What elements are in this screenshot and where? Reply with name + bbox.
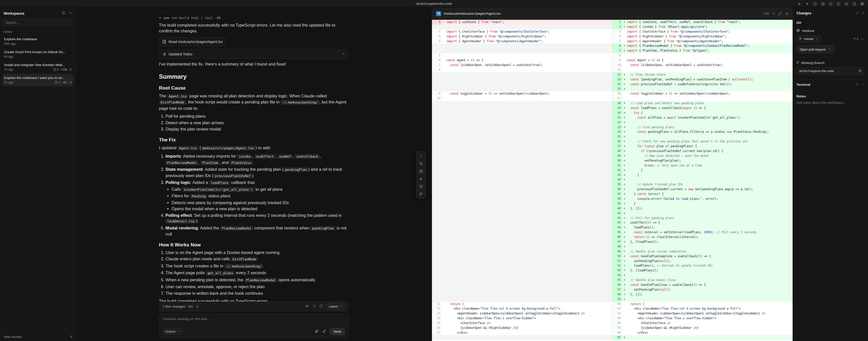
working-branch-label: Working Branch [801, 61, 825, 65]
notes-section-header[interactable]: Notes [796, 91, 864, 98]
panel-left-icon[interactable] [837, 2, 840, 6]
terminal-section-header[interactable]: Terminal [796, 80, 864, 87]
new-terminal-icon[interactable] [856, 83, 859, 87]
list-icon[interactable] [312, 304, 316, 309]
line-number [432, 101, 442, 106]
diff-line-old [432, 77, 612, 82]
diff-line-old: 7 const [sidebarOpen, setSidebarOpen] = … [432, 63, 612, 67]
diff-marker: + [623, 268, 626, 273]
diff-line-new: 46+ return () => clearInterval(interval)… [612, 235, 793, 240]
diff-line-old [432, 48, 612, 53]
diff-file-header[interactable]: TS /medusa/medusa/src/pages/Agent.tsx +5… [432, 8, 793, 20]
workspace-item[interactable]: Explore the codebase I want you to ex...… [2, 74, 74, 86]
diff-marker [442, 134, 446, 139]
grid-icon[interactable] [860, 2, 864, 6]
chat-scroll-area[interactable]: npm run build 2>&1 | tail -80The build c… [76, 8, 432, 302]
diff-row: 14 <div className="flex flex-1 overflow-… [432, 316, 793, 321]
inline-code: useEffect [255, 154, 275, 159]
message-input-box[interactable]: Default Send [159, 314, 349, 338]
branch-selector[interactable]: master [796, 35, 821, 42]
diff-marker [442, 173, 446, 178]
copy-icon[interactable] [859, 69, 862, 73]
code-line: }, [loadPlans]); [626, 240, 793, 244]
code-line: // Update tracked plan IDs [626, 182, 793, 187]
panel-right-icon[interactable] [852, 2, 856, 6]
attach-icon[interactable] [315, 329, 319, 334]
todo-list-card[interactable]: Updated Todos [159, 49, 349, 59]
send-button[interactable]: Send [330, 328, 345, 335]
more-actions-button[interactable] [861, 37, 864, 41]
monitor-icon[interactable] [418, 183, 424, 189]
code-line: } [626, 173, 793, 178]
pause-icon[interactable] [798, 2, 801, 6]
changes-summary-bar[interactable]: 2 files changed +61 -3 Latest [159, 302, 349, 311]
add-workspace-icon[interactable] [69, 11, 72, 16]
diff-line-old [432, 158, 612, 163]
panel-bottom-icon[interactable] [845, 2, 848, 6]
diff-marker [442, 154, 446, 158]
collapse-panel-icon[interactable] [861, 11, 864, 15]
line-number: 40 [612, 206, 623, 211]
open-pull-request-button[interactable]: Open pull request [796, 45, 834, 53]
diff-row: 18+ // Load plans and detect new pending… [432, 101, 793, 106]
diff-marker [442, 326, 446, 330]
diff-line-old [432, 139, 612, 144]
diff-marker: + [623, 20, 626, 25]
diff-marker: + [623, 230, 626, 235]
expand-panel-icon[interactable] [856, 11, 859, 15]
workspace-search[interactable] [3, 19, 73, 26]
play-icon[interactable] [418, 176, 424, 182]
tool-call-card[interactable]: Read medusa/src/pages/Agent.tsx [159, 37, 226, 46]
columns-3-icon[interactable] [821, 2, 825, 6]
assistant-paragraph: The build completed successfully with no… [159, 298, 349, 302]
diff-marker [442, 63, 446, 67]
git-branch-icon[interactable] [418, 191, 424, 197]
copy-icon[interactable] [418, 161, 424, 167]
code-line: const [pendingPlan, setPendingPlan] = us… [626, 77, 793, 82]
view-archive[interactable]: View Archive 0 [0, 332, 76, 341]
working-branch-field[interactable]: vk/3ccf-explore-the-code [796, 67, 864, 75]
drag-handle-icon[interactable] [418, 153, 424, 159]
panel-toggle-icon[interactable] [62, 11, 66, 16]
diff-marker [442, 87, 446, 91]
eye-icon[interactable] [305, 304, 309, 309]
diff-marker [442, 216, 446, 221]
columns-icon[interactable] [418, 168, 424, 174]
chevrons-up-down-icon[interactable] [861, 83, 864, 87]
code-line [446, 134, 612, 139]
expand-diff-icon[interactable] [778, 12, 782, 16]
diff-marker: + [623, 235, 626, 240]
play-icon[interactable] [805, 2, 809, 6]
notes-placeholder[interactable]: Add notes about this workspace... [796, 101, 864, 104]
diff-line-old [432, 187, 612, 192]
file-text-icon [162, 40, 166, 44]
search-input[interactable] [6, 21, 70, 25]
inline-code: loadPlans [209, 181, 230, 185]
diff-marker [442, 321, 446, 326]
diff-line-new: 25+ [612, 134, 793, 139]
diff-marker [442, 25, 446, 29]
message-input[interactable] [163, 317, 345, 321]
diff-menu-icon[interactable] [785, 12, 788, 16]
diff-line-new: 37+ } catch (error) { [612, 192, 793, 196]
line-number: 6 [432, 58, 442, 63]
diff-marker [442, 177, 446, 182]
workspace-item[interactable]: Explore the codebase35m ago [2, 35, 74, 48]
line-number [432, 292, 442, 297]
section-heading: Summary [159, 73, 349, 80]
columns-2-icon[interactable] [813, 2, 817, 6]
version-selector[interactable]: Latest [327, 303, 345, 310]
diff-line-old [432, 273, 612, 278]
monitor-icon[interactable] [829, 2, 833, 6]
workspace-item[interactable]: Install and integrate Vibe Kanban Web...… [2, 61, 74, 73]
workspace-item[interactable]: Create Good First Issues on Github So...… [2, 48, 74, 60]
diff-marker: + [623, 292, 626, 297]
diff-marker: + [623, 87, 626, 91]
diff-rows[interactable]: 1-import { useState } from "react";1+imp… [432, 20, 793, 341]
diff-marker: + [623, 225, 626, 230]
diff-marker [442, 67, 446, 72]
diff-marker [623, 316, 626, 321]
refresh-icon[interactable] [319, 304, 323, 309]
pen-icon[interactable] [322, 329, 326, 334]
mode-selector[interactable]: Default [163, 328, 182, 335]
